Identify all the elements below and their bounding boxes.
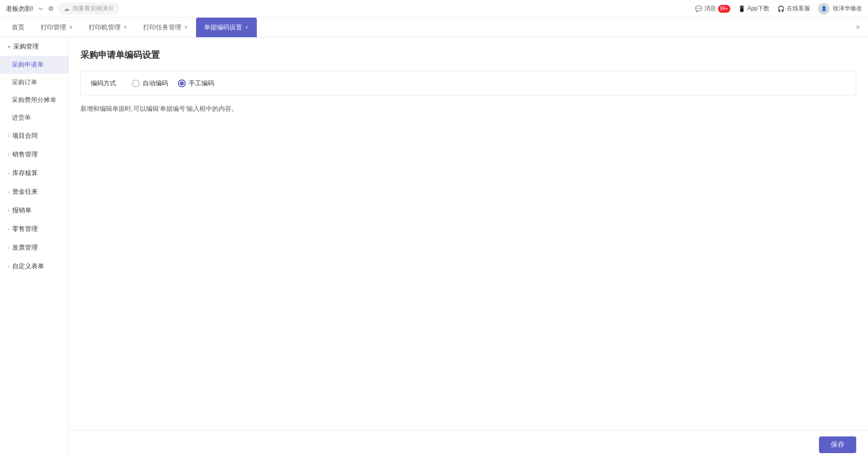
- sidebar-group-purchase: ▾ 采购管理 采购申请单 采购订单 采购费用分摊单 进货单: [0, 37, 68, 127]
- sidebar-item-purchase-request[interactable]: 采购申请单: [0, 56, 68, 74]
- main-layout: ▾ 采购管理 采购申请单 采购订单 采购费用分摊单 进货单 › 项目合同: [0, 37, 868, 459]
- encoding-row: 编码方式 自动编码 手工编码: [91, 79, 846, 88]
- content-inner: 采购申请单编码设置 编码方式 自动编码 手工编码: [69, 37, 868, 430]
- sidebar-group-sales-label: 销售管理: [12, 150, 38, 159]
- tab-printer-management-label: 打印机管理: [89, 23, 121, 32]
- top-bar-right: 💬 消息 99+ 📱 App下数 🎧 在线客服 👤 徐泽华修改: [695, 3, 862, 15]
- radio-group: 自动编码 手工编码: [132, 79, 214, 88]
- tab-print-task-close[interactable]: ×: [184, 24, 188, 31]
- tab-barcode-settings-label: 单据编码设置: [204, 23, 242, 32]
- encoding-panel: 编码方式 自动编码 手工编码: [80, 71, 856, 96]
- tab-print-task-label: 打印任务管理: [143, 23, 181, 32]
- sidebar-group-returns: › 报销单: [0, 201, 68, 220]
- app-download-btn[interactable]: 📱 App下数: [738, 4, 769, 13]
- tab-print-management-close[interactable]: ×: [69, 24, 73, 31]
- save-button[interactable]: 保存: [819, 436, 856, 453]
- expand-arrow-icon-3: ›: [8, 152, 9, 157]
- user-name: 徐泽华修改: [833, 4, 862, 13]
- sidebar: ▾ 采购管理 采购申请单 采购订单 采购费用分摊单 进货单 › 项目合同: [0, 37, 69, 459]
- tab-print-management[interactable]: 打印管理 ×: [33, 18, 81, 37]
- sidebar-group-project-contract-title[interactable]: › 项目合同: [0, 127, 68, 145]
- content-area: 采购申请单编码设置 编码方式 自动编码 手工编码: [69, 37, 868, 459]
- expand-arrow-icon-2: ›: [8, 133, 9, 139]
- sidebar-item-purchase-expense[interactable]: 采购费用分摊单: [0, 91, 68, 109]
- sidebar-group-capital: › 资金往来: [0, 182, 68, 201]
- hint-text: 新增和编辑单据时,可以编辑'单据编号'输入框中的内容。: [80, 104, 856, 114]
- tab-print-management-label: 打印管理: [41, 23, 66, 32]
- sidebar-group-purchase-label: 采购管理: [13, 42, 39, 51]
- avatar: 👤: [818, 3, 830, 15]
- settings-icon[interactable]: ⚙: [48, 5, 54, 12]
- sidebar-group-custom-form: › 自定义表单: [0, 257, 68, 276]
- sidebar-group-retail: › 零售管理: [0, 220, 68, 238]
- sidebar-item-stock-in-label: 进货单: [12, 114, 31, 121]
- sidebar-item-purchase-order-label: 采购订单: [12, 78, 37, 86]
- radio-manual-circle: [178, 79, 186, 87]
- message-label: 消息: [704, 4, 716, 13]
- radio-auto-circle: [132, 79, 140, 87]
- sidebar-group-sales-title[interactable]: › 销售管理: [0, 145, 68, 164]
- online-service-label: 在线客服: [787, 4, 810, 13]
- sidebar-group-returns-title[interactable]: › 报销单: [0, 201, 68, 220]
- sidebar-item-stock-in[interactable]: 进货单: [0, 109, 68, 127]
- manual-code-label: 手工编码: [189, 79, 214, 88]
- sidebar-group-retail-label: 零售管理: [12, 225, 38, 233]
- message-btn[interactable]: 💬 消息 99+: [695, 4, 730, 13]
- content-footer: 保存: [69, 430, 868, 459]
- sidebar-group-custom-form-label: 自定义表单: [12, 262, 44, 271]
- cloud-icon: ☁: [64, 5, 70, 12]
- search-placeholder: 我要看实例演示: [73, 4, 114, 13]
- sidebar-group-custom-form-title[interactable]: › 自定义表单: [0, 257, 68, 276]
- tab-barcode-settings[interactable]: 单据编码设置 ×: [196, 18, 257, 37]
- message-badge: 99+: [718, 5, 730, 13]
- sidebar-group-inventory-label: 库存核算: [12, 169, 38, 178]
- sidebar-item-purchase-request-label: 采购申请单: [12, 61, 44, 68]
- tab-print-task[interactable]: 打印任务管理 ×: [135, 18, 196, 37]
- sidebar-group-returns-label: 报销单: [12, 206, 31, 215]
- encoding-label: 编码方式: [91, 79, 116, 88]
- sidebar-group-retail-title[interactable]: › 零售管理: [0, 220, 68, 238]
- tab-bar: 首页 打印管理 × 打印机管理 × 打印任务管理 × 单据编码设置 × ×: [0, 18, 868, 37]
- sidebar-item-purchase-expense-label: 采购费用分摊单: [12, 96, 56, 103]
- tab-printer-management-close[interactable]: ×: [124, 24, 127, 31]
- top-bar: 老板勿割! ⚙ ☁ 我要看实例演示 💬 消息 99+ 📱 App下数 🎧 在线客…: [0, 0, 868, 18]
- tab-barcode-settings-close[interactable]: ×: [245, 24, 248, 31]
- radio-manual-code[interactable]: 手工编码: [178, 79, 214, 88]
- auto-code-label: 自动编码: [143, 79, 168, 88]
- expand-arrow-icon-8: ›: [8, 245, 9, 251]
- sidebar-group-capital-label: 资金往来: [12, 187, 38, 196]
- chevron-down-icon: [37, 5, 44, 12]
- tab-bar-close-btn[interactable]: ×: [852, 23, 864, 32]
- expand-arrow-icon-4: ›: [8, 171, 9, 176]
- app-logo: 老板勿割!: [6, 4, 33, 13]
- sidebar-group-inventory: › 库存核算: [0, 164, 68, 182]
- sidebar-group-capital-title[interactable]: › 资金往来: [0, 182, 68, 201]
- sidebar-group-invoice-label: 发票管理: [12, 243, 38, 252]
- sidebar-group-invoice: › 发票管理: [0, 238, 68, 257]
- expand-arrow-icon-9: ›: [8, 264, 9, 269]
- sidebar-group-inventory-title[interactable]: › 库存核算: [0, 164, 68, 182]
- page-title: 采购申请单编码设置: [80, 49, 856, 61]
- expand-arrow-icon: ▾: [8, 44, 10, 50]
- search-bar[interactable]: ☁ 我要看实例演示: [58, 2, 120, 15]
- tab-home-label: 首页: [12, 23, 25, 32]
- tab-home[interactable]: 首页: [4, 18, 33, 37]
- top-bar-left: 老板勿割! ⚙ ☁ 我要看实例演示: [6, 2, 120, 15]
- user-menu[interactable]: 👤 徐泽华修改: [818, 3, 862, 15]
- sidebar-group-project-contract: › 项目合同: [0, 127, 68, 145]
- message-icon: 💬: [695, 5, 702, 12]
- online-service-btn[interactable]: 🎧 在线客服: [777, 4, 810, 13]
- sidebar-group-invoice-title[interactable]: › 发票管理: [0, 238, 68, 257]
- sidebar-group-project-contract-label: 项目合同: [12, 131, 38, 140]
- sidebar-group-purchase-title[interactable]: ▾ 采购管理: [0, 37, 68, 56]
- app-download-label: App下数: [747, 4, 769, 13]
- download-icon: 📱: [738, 5, 745, 12]
- headset-icon: 🎧: [777, 5, 785, 12]
- radio-auto-code[interactable]: 自动编码: [132, 79, 168, 88]
- expand-arrow-icon-6: ›: [8, 208, 9, 213]
- sidebar-group-sales: › 销售管理: [0, 145, 68, 164]
- sidebar-item-purchase-order[interactable]: 采购订单: [0, 74, 68, 91]
- tab-printer-management[interactable]: 打印机管理 ×: [81, 18, 135, 37]
- logo-dropdown[interactable]: [37, 5, 44, 12]
- expand-arrow-icon-7: ›: [8, 227, 9, 232]
